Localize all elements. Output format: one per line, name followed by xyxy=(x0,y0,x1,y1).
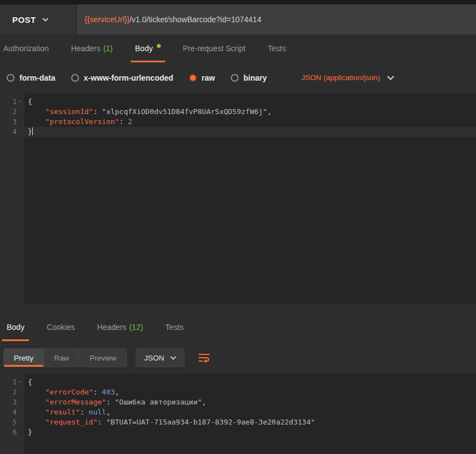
url-input[interactable]: {{serviceUrl}}/v1.0/ticket/showBarcode?i… xyxy=(77,4,476,34)
code-line: 2 "errorCode": 403, xyxy=(0,387,476,397)
response-toolbar: Pretty Raw Preview JSON xyxy=(0,342,476,374)
code-line: 4} xyxy=(0,127,476,137)
tab-label: Headers xyxy=(71,44,101,53)
body-type-row: form-data x-www-form-urlencoded raw bina… xyxy=(0,62,476,93)
response-view-switcher: Pretty Raw Preview xyxy=(3,348,127,367)
code-line: 1▾{ xyxy=(0,377,476,387)
tab-label: Tests xyxy=(165,323,184,332)
postman-window: POST {{serviceUrl}}/v1.0/ticket/showBarc… xyxy=(0,0,476,454)
chevron-down-icon xyxy=(170,356,176,360)
line-number: 1▾ xyxy=(0,97,24,107)
radio-label: raw xyxy=(202,73,215,82)
segment-preview[interactable]: Preview xyxy=(79,349,126,367)
line-number: 2 xyxy=(0,387,24,397)
method-select[interactable]: POST xyxy=(0,4,77,34)
line-number: 3 xyxy=(0,397,24,407)
request-tabs: Authorization Headers(1) Body Pre-reques… xyxy=(0,34,476,62)
radio-label: x-www-form-urlencoded xyxy=(84,73,173,82)
method-label: POST xyxy=(12,15,36,24)
content-type-label: JSON (application/json) xyxy=(301,73,380,82)
line-number: 4 xyxy=(0,127,24,137)
tab-authorization[interactable]: Authorization xyxy=(2,34,60,62)
line-number: 2 xyxy=(0,107,24,117)
tab-response-cookies[interactable]: Cookies xyxy=(36,313,86,341)
line-number: 6 xyxy=(0,427,24,437)
tab-label: Authorization xyxy=(3,44,49,53)
url-variable: {{serviceUrl}} xyxy=(85,15,130,24)
tab-response-headers[interactable]: Headers(12) xyxy=(86,313,155,341)
request-url-bar: POST {{serviceUrl}}/v1.0/ticket/showBarc… xyxy=(0,4,476,34)
window-top-strip xyxy=(0,0,476,4)
chevron-down-icon xyxy=(42,18,48,22)
request-body-editor[interactable]: 1▾{2 "sessionId": "xlpcqfXiOD0dv51D84fvP… xyxy=(0,93,476,304)
radio-x-www-form-urlencoded[interactable]: x-www-form-urlencoded xyxy=(71,73,173,82)
url-path: /v1.0/ticket/showBarcode?id=1074414 xyxy=(130,15,261,24)
line-number: 5 xyxy=(0,417,24,427)
tab-label: Pre-request Script xyxy=(183,44,246,53)
tab-label: Body xyxy=(135,44,153,53)
text-cursor xyxy=(32,127,33,135)
headers-count-badge: (1) xyxy=(103,44,113,53)
line-number: 3 xyxy=(0,117,24,127)
line-number: 4 xyxy=(0,407,24,417)
segment-label: Raw xyxy=(54,354,69,362)
tab-pre-request-script[interactable]: Pre-request Script xyxy=(172,34,257,62)
fold-toggle-icon[interactable]: ▾ xyxy=(17,377,23,387)
chevron-down-icon xyxy=(387,76,394,80)
code-line: 1▾{ xyxy=(0,97,476,107)
format-label: JSON xyxy=(144,354,164,362)
tab-response-tests[interactable]: Tests xyxy=(154,313,195,341)
segment-label: Pretty xyxy=(14,354,33,362)
body-status-dot-icon xyxy=(157,44,161,48)
tab-label: Headers xyxy=(97,323,127,332)
response-tabs: Body Cookies Headers(12) Tests xyxy=(0,304,476,342)
radio-circle-icon xyxy=(231,74,239,82)
tab-label: Tests xyxy=(268,44,286,53)
tab-label: Cookies xyxy=(47,323,75,332)
line-number: 1▾ xyxy=(0,377,24,387)
segment-raw[interactable]: Raw xyxy=(43,349,79,367)
code-line: 3 "errorMessage": "Ошибка авторизации", xyxy=(0,397,476,407)
radio-binary[interactable]: binary xyxy=(231,73,267,82)
code-line: 2 "sessionId": "xlpcqfXiOD0dv51D84fvP8UA… xyxy=(0,107,476,117)
radio-label: form-data xyxy=(19,73,56,82)
segment-pretty[interactable]: Pretty xyxy=(4,349,43,367)
radio-circle-icon xyxy=(71,74,79,82)
code-line: 4 "result": null, xyxy=(0,407,476,417)
content-type-select[interactable]: JSON (application/json) xyxy=(301,73,394,82)
wrap-text-button[interactable] xyxy=(195,348,214,367)
segment-label: Preview xyxy=(90,354,116,362)
radio-label: binary xyxy=(244,73,267,82)
radio-circle-icon xyxy=(7,74,14,82)
code-line: 5 "request_id": "BTUAT=UAT-715aa934-b187… xyxy=(0,417,476,427)
response-format-select[interactable]: JSON xyxy=(136,348,185,367)
fold-toggle-icon[interactable]: ▾ xyxy=(17,97,23,107)
response-body-editor[interactable]: 1▾{2 "errorCode": 403,3 "errorMessage": … xyxy=(0,374,476,454)
tab-headers[interactable]: Headers(1) xyxy=(60,34,124,62)
radio-form-data[interactable]: form-data xyxy=(7,73,56,82)
code-line: 6} xyxy=(0,427,476,437)
radio-circle-icon xyxy=(189,74,197,82)
tab-label: Body xyxy=(7,323,24,332)
wrap-text-icon xyxy=(197,351,211,364)
response-headers-count-badge: (12) xyxy=(129,323,143,332)
tab-response-body[interactable]: Body xyxy=(2,313,36,341)
tab-tests[interactable]: Tests xyxy=(257,34,298,62)
code-line: 3 "protocolVersion": 2 xyxy=(0,117,476,127)
radio-raw[interactable]: raw xyxy=(189,73,215,82)
tab-body[interactable]: Body xyxy=(124,34,172,62)
